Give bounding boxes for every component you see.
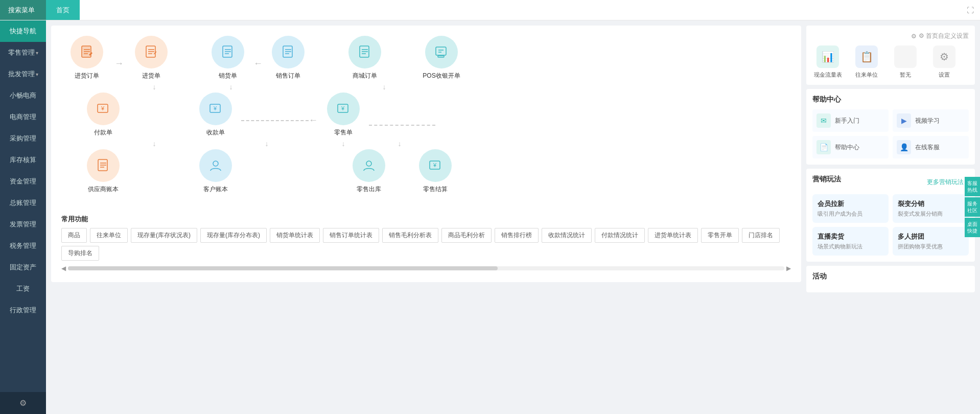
help-item[interactable]: 📄帮助中心 [812, 136, 889, 158]
svg-rect-22 [438, 56, 444, 57]
sidebar-item-ledger[interactable]: 总账管理 [0, 192, 46, 214]
search-menu[interactable]: 搜索菜单 [0, 0, 46, 20]
down-arrow-retail-order: ↓ [318, 140, 369, 147]
marketing-item[interactable]: 会员拉新吸引用户成为会员 [812, 194, 889, 223]
flow-node-sale[interactable]: 销货单 [202, 36, 253, 80]
gap2 [314, 69, 339, 80]
flow-node-purchase-order[interactable]: 进货订单 [61, 36, 112, 80]
quick-nav-item[interactable]: 📊现金流量表 [812, 45, 843, 79]
chevron-down-icon: ▾ [36, 72, 38, 77]
sidebar-item-finance[interactable]: 资金管理 [0, 171, 46, 192]
flow-node-payment[interactable]: ¥ 付款单 [78, 93, 129, 137]
float-btn-service[interactable]: 客服热线 [965, 177, 980, 196]
down-arrow-receipt: ↓ [241, 140, 292, 147]
gear-icon[interactable]: ⚙ [19, 398, 27, 408]
sidebar-item-retail[interactable]: 零售管理 ▾ [0, 42, 46, 63]
flow-row-2: ¥ 付款单 ¥ 收款单 [61, 93, 791, 137]
common-func-button[interactable]: 现存量(库存状况表) [131, 228, 197, 243]
sidebar-item-label: 资金管理 [10, 177, 36, 186]
flow-card: 进货订单 → 进货单 [51, 26, 801, 282]
marketing-item-title: 裂变分销 [898, 199, 964, 209]
marketing-item[interactable]: 多人拼团拼团购物享受优惠 [893, 227, 969, 256]
sidebar-item-inventory[interactable]: 库存核算 [0, 149, 46, 171]
sidebar-item-wholesale[interactable]: 批发管理 ▾ [0, 63, 46, 85]
retail-settle-icon: ¥ [419, 149, 452, 182]
purchase-order-icon [71, 36, 103, 68]
marketing-item-desc: 场景式购物新玩法 [818, 243, 883, 250]
help-item[interactable]: ✉新手入门 [812, 109, 889, 132]
flow-node-supplier-ledger[interactable]: 供应商账本 [78, 149, 129, 194]
common-func-button[interactable]: 销售订单统计表 [323, 228, 379, 243]
sidebar-item-ecom[interactable]: 电商管理 [0, 106, 46, 128]
expand-icon[interactable]: ⛶ [966, 6, 975, 15]
spacer8 [180, 139, 241, 148]
right-panel: ⚙ ⚙ 首页自定义设置 📊现金流量表📋往来单位暂无⚙设置 帮助中心 ✉新手入门▶… [806, 20, 980, 414]
quick-nav-item[interactable]: 📋往来单位 [851, 45, 882, 79]
scroll-left-icon[interactable]: ◀ [61, 265, 66, 272]
common-func-button[interactable]: 收款情况统计 [542, 228, 592, 243]
homepage-setting-label: ⚙ 首页自定义设置 [919, 32, 969, 40]
marketing-item-desc: 吸引用户成为会员 [818, 210, 883, 218]
scroll-track[interactable] [68, 266, 784, 270]
sidebar-item-purchase[interactable]: 采购管理 [0, 128, 46, 149]
help-item[interactable]: 👤在线客服 [893, 136, 969, 158]
float-btn-desktop[interactable]: 桌面快捷 [965, 218, 980, 237]
marketing-item-title: 多人拼团 [898, 232, 964, 241]
flow-node-receipt[interactable]: ¥ 收款单 [190, 93, 241, 137]
sidebar-item-assets[interactable]: 固定资产 [0, 257, 46, 278]
quick-nav-label: 现金流量表 [814, 71, 842, 79]
marketing-item[interactable]: 直播卖货场景式购物新玩法 [812, 227, 889, 256]
sidebar-item-label: 总账管理 [10, 198, 36, 208]
help-item[interactable]: ▶视频学习 [893, 109, 969, 132]
gap3 [390, 69, 416, 80]
common-func-button[interactable]: 导购排名 [61, 246, 99, 261]
common-func-button[interactable]: 现存量(库存分布表) [200, 228, 267, 243]
marketing-item[interactable]: 裂变分销裂变式发展分销商 [893, 194, 969, 223]
quick-nav-label: 设置 [939, 71, 950, 79]
quick-nav-item[interactable]: 暂无 [890, 45, 921, 79]
sidebar-item-tax[interactable]: 税务管理 [0, 235, 46, 257]
retail-settle-label: 零售结算 [423, 185, 448, 194]
flow-node-sale-order[interactable]: 销售订单 [263, 36, 314, 80]
quick-nav-item[interactable]: ⚙设置 [929, 45, 960, 79]
flow-node-retail-order[interactable]: ¥ 零售单 [318, 93, 369, 137]
common-func-button[interactable]: 门店排名 [742, 228, 780, 243]
common-func-button[interactable]: 零售开单 [701, 228, 739, 243]
home-tab[interactable]: 首页 [46, 0, 80, 20]
help-item-label: 在线客服 [915, 143, 940, 152]
common-func-button[interactable]: 销售毛利分析表 [382, 228, 438, 243]
scroll-right-icon[interactable]: ▶ [786, 265, 791, 272]
help-center-title: 帮助中心 [812, 95, 969, 104]
marketing-item-desc: 拼团购物享受优惠 [898, 243, 964, 250]
float-btn-community[interactable]: 服务社区 [965, 197, 980, 217]
flow-node-retail-out[interactable]: 零售出库 [343, 149, 394, 194]
common-func-button[interactable]: 销货单统计表 [270, 228, 320, 243]
sidebar-item-invoice[interactable]: 发票管理 [0, 214, 46, 235]
sidebar-item-payroll[interactable]: 工资 [0, 278, 46, 300]
more-marketing-link[interactable]: 更多营销玩法 > [927, 178, 969, 187]
flow-node-customer-ledger[interactable]: 客户账本 [190, 149, 241, 194]
flow-node-retail-settle[interactable]: ¥ 零售结算 [410, 149, 461, 194]
common-func-button[interactable]: 付款情况统计 [595, 228, 645, 243]
common-func-button[interactable]: 进货单统计表 [648, 228, 698, 243]
sidebar-item-xiaoepay[interactable]: 小畅电商 [0, 85, 46, 106]
flow-node-pos[interactable]: POS收银开单 [416, 36, 467, 80]
common-func-button[interactable]: 商品 [61, 228, 87, 243]
common-func-button[interactable]: 商品毛利分析 [441, 228, 492, 243]
spacer2 [180, 82, 205, 91]
receipt-label: 收款单 [206, 128, 225, 137]
retail-out-label: 零售出库 [357, 185, 381, 194]
quick-nav-icon: 📊 [816, 45, 839, 68]
main-panel: 进货订单 → 进货单 [46, 20, 806, 414]
common-func-button[interactable]: 往来单位 [90, 228, 128, 243]
sidebar: 快捷导航 零售管理 ▾ 批发管理 ▾ 小畅电商 电商管理 采购管理 库存核算 资… [0, 20, 46, 414]
common-func-button[interactable]: 销售排行榜 [495, 228, 539, 243]
flow-node-purchase[interactable]: 进货单 [126, 36, 177, 80]
down-arrows-row2: ↓ ↓ ↓ ↓ [61, 139, 791, 148]
chevron-down-icon: ▾ [36, 50, 38, 56]
sidebar-item-label: 税务管理 [10, 241, 36, 250]
homepage-customize-setting[interactable]: ⚙ ⚙ 首页自定义设置 [911, 32, 969, 40]
flow-node-mall-order[interactable]: 商城订单 [339, 36, 390, 80]
sidebar-item-admin[interactable]: 行政管理 [0, 300, 46, 321]
sidebar-item-quicknav[interactable]: 快捷导航 [0, 20, 46, 42]
